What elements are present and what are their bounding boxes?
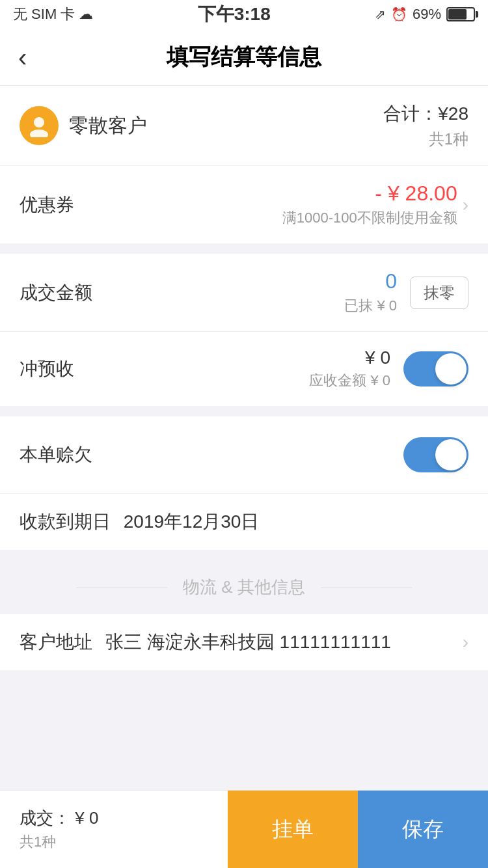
coupon-row[interactable]: 优惠券 - ¥ 28.00 满1000-100不限制使用金额 › xyxy=(0,165,488,243)
bottom-summary: 成交： ¥ 0 共1种 xyxy=(0,807,228,852)
customer-section: 零散客户 合计：¥28 共1种 优惠券 - ¥ 28.00 满1000-100不… xyxy=(0,86,488,243)
status-time: 下午3:18 xyxy=(198,2,271,27)
save-button[interactable]: 保存 xyxy=(358,791,488,869)
status-left: 无 SIM 卡 ☁ xyxy=(13,5,93,24)
round-off-button[interactable]: 抹零 xyxy=(410,277,468,309)
location-icon: ⇗ xyxy=(375,7,386,22)
divider-line-left xyxy=(76,588,167,588)
debt-toggle[interactable] xyxy=(403,437,468,472)
due-date-value: 2019年12月30日 xyxy=(124,511,260,532)
customer-info: 零散客户 xyxy=(20,106,147,145)
debt-row: 本单赊欠 xyxy=(0,416,488,493)
due-date-row: 收款到期日 2019年12月30日 xyxy=(0,493,488,550)
coupon-right: - ¥ 28.00 满1000-100不限制使用金额 › xyxy=(282,182,468,228)
logistics-divider: 物流 & 其他信息 xyxy=(0,560,488,614)
coupon-content: - ¥ 28.00 满1000-100不限制使用金额 xyxy=(282,182,457,228)
avatar xyxy=(20,106,59,145)
address-section: 客户地址 张三 海淀永丰科技园 11111111111 › xyxy=(0,614,488,670)
coupon-label: 优惠券 xyxy=(20,193,74,217)
status-bar: 无 SIM 卡 ☁ 下午3:18 ⇗ ⏰ 69% xyxy=(0,0,488,29)
divider-line-right xyxy=(321,588,412,588)
flush-toggle[interactable] xyxy=(403,351,468,387)
bottom-bar: 成交： ¥ 0 共1种 挂单 保存 xyxy=(0,790,488,868)
due-date-label: 收款到期日 xyxy=(20,511,111,532)
address-value: 张三 海淀永丰科技园 11111111111 xyxy=(105,630,463,655)
transaction-value: 0 xyxy=(344,269,397,293)
debt-toggle-knob xyxy=(435,439,467,470)
customer-total: 合计：¥28 共1种 xyxy=(383,102,468,150)
status-right: ⇗ ⏰ 69% xyxy=(375,6,475,23)
flush-right: ¥ 0 应收金额 ¥ 0 xyxy=(309,347,468,390)
svg-point-1 xyxy=(30,129,48,137)
debt-label: 本单赊欠 xyxy=(20,442,92,467)
page-title: 填写结算等信息 xyxy=(167,42,321,72)
sim-status: 无 SIM 卡 ☁ xyxy=(13,5,93,24)
flush-value: ¥ 0 xyxy=(309,347,390,368)
debt-section: 本单赊欠 收款到期日 2019年12月30日 xyxy=(0,416,488,550)
transaction-sub: 已抹 ¥ 0 xyxy=(344,296,397,316)
toggle-knob xyxy=(435,353,467,385)
alarm-icon: ⏰ xyxy=(391,7,407,22)
battery-label: 69% xyxy=(413,6,441,23)
coupon-chevron-icon: › xyxy=(463,195,468,215)
transaction-section: 成交金额 0 已抹 ¥ 0 抹零 冲预收 ¥ 0 应收金额 ¥ 0 xyxy=(0,254,488,406)
battery-icon xyxy=(446,7,475,21)
transaction-value-block: 0 已抹 ¥ 0 xyxy=(344,269,397,316)
flush-value-block: ¥ 0 应收金额 ¥ 0 xyxy=(309,347,390,390)
flush-row: 冲预收 ¥ 0 应收金额 ¥ 0 xyxy=(0,331,488,406)
flush-sub: 应收金额 ¥ 0 xyxy=(309,371,390,390)
pending-button[interactable]: 挂单 xyxy=(228,791,358,869)
total-amount: 合计：¥28 xyxy=(383,102,468,126)
address-chevron-icon: › xyxy=(463,632,468,653)
flush-label: 冲预收 xyxy=(20,357,74,381)
address-row[interactable]: 客户地址 张三 海淀永丰科技园 11111111111 › xyxy=(0,614,488,670)
transaction-row: 成交金额 0 已抹 ¥ 0 抹零 xyxy=(0,254,488,331)
svg-point-0 xyxy=(34,117,44,128)
back-button[interactable]: ‹ xyxy=(18,44,27,70)
transaction-label: 成交金额 xyxy=(20,280,92,305)
customer-name: 零散客户 xyxy=(69,113,147,139)
customer-row: 零散客户 合计：¥28 共1种 xyxy=(0,86,488,165)
nav-bar: ‹ 填写结算等信息 xyxy=(0,29,488,86)
logistics-text: 物流 & 其他信息 xyxy=(183,577,305,597)
address-label: 客户地址 xyxy=(20,630,92,655)
coupon-desc: 满1000-100不限制使用金额 xyxy=(282,208,457,228)
coupon-amount: - ¥ 28.00 xyxy=(282,182,457,206)
bottom-summary-main: 成交： ¥ 0 xyxy=(20,807,208,830)
total-count: 共1种 xyxy=(383,129,468,150)
bottom-summary-sub: 共1种 xyxy=(20,832,208,852)
transaction-right: 0 已抹 ¥ 0 抹零 xyxy=(344,269,468,316)
